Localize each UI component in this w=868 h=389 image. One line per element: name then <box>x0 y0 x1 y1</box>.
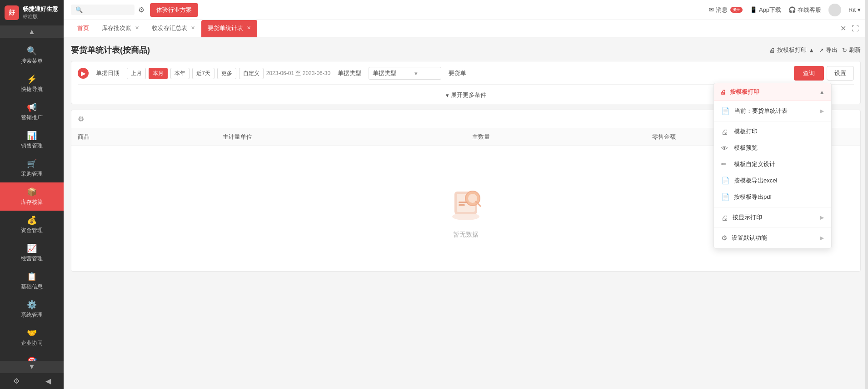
current-template-item[interactable]: 📄 当前：要货单统计表 ▶ <box>714 103 831 119</box>
tabs-bar: 首页 库存批次账 ✕ 收发存汇总表 ✕ 要货单统计表 ✕ ✕ ⛶ <box>64 20 868 37</box>
svg-rect-7 <box>459 204 465 206</box>
message-icon: ✉ <box>709 6 714 13</box>
purchase-icon: 🛒 <box>27 159 37 169</box>
experience-button[interactable]: 体验行业方案 <box>150 3 198 17</box>
sidebar-item-management[interactable]: 📈 经营管理 <box>0 239 64 267</box>
chevron-right-icon: ▶ <box>820 108 824 114</box>
tab-label: 库存批次账 <box>102 24 131 32</box>
print-icon: 🖨 <box>769 47 775 54</box>
sidebar-item-finance[interactable]: 💰 资金管理 <box>0 211 64 239</box>
sidebar-scroll-up[interactable]: ▲ <box>0 26 64 38</box>
set-default-section: ⚙ 设置默认功能 ▶ <box>714 228 831 248</box>
sidebar-item-purchase[interactable]: 🛒 采购管理 <box>0 154 64 182</box>
order-type-select[interactable]: 单据类型 ▾ <box>369 67 441 80</box>
export-btn[interactable]: ↗ 导出 <box>819 46 838 54</box>
template-export-excel-label: 按模板导出excel <box>734 177 777 185</box>
search-box[interactable]: 🔍 <box>71 5 135 15</box>
sidebar-item-inventory[interactable]: 📦 库存核算 <box>0 182 64 211</box>
display-print-item[interactable]: 🖨 按显示打印 ▶ <box>714 209 831 226</box>
set-default-icon: ⚙ <box>721 234 727 242</box>
sidebar-footer: ⚙ ◀ <box>0 373 64 389</box>
marketing-icon: 📢 <box>27 102 37 112</box>
finance-icon: 💰 <box>27 215 37 225</box>
sidebar-item-guide[interactable]: 🎯 新手引导 <box>0 352 64 361</box>
template-actions-section: 🖨 模板打印 👁 模板预览 ✏ 模板自定义设计 📄 按模板导出excel 📄 <box>714 121 831 207</box>
expand-more-btn[interactable]: ▾ 展开更多条件 <box>446 91 486 99</box>
date-btn-more[interactable]: 更多 <box>217 68 236 79</box>
template-preview-item[interactable]: 👁 模板预览 <box>714 140 831 156</box>
template-preview-icon: 👁 <box>721 144 729 152</box>
tab-collection-summary[interactable]: 收发存汇总表 ✕ <box>145 20 201 37</box>
template-export-pdf-label: 按模板导出pdf <box>734 193 772 201</box>
settings-footer-icon[interactable]: ⚙ <box>13 377 20 385</box>
maximize-window-btn[interactable]: ⛶ <box>850 23 861 35</box>
enterprise-icon: 🤝 <box>27 328 37 338</box>
messages-badge: 99+ <box>730 7 743 13</box>
query-button[interactable]: 查询 <box>794 66 824 81</box>
empty-illustration <box>443 178 489 223</box>
date-btn-this-year[interactable]: 本年 <box>170 68 190 79</box>
template-export-excel-item[interactable]: 📄 按模板导出excel <box>714 172 831 189</box>
refresh-btn[interactable]: ↻ 刷新 <box>842 46 861 54</box>
resize-handle[interactable] <box>865 0 868 389</box>
sidebar-item-search[interactable]: 🔍 搜索菜单 <box>0 41 64 70</box>
username-text: Rit <box>848 6 856 13</box>
date-btn-this-month[interactable]: 本月 <box>149 68 168 79</box>
sidebar-scroll-down[interactable]: ▼ <box>0 361 64 373</box>
sidebar-item-quicknav[interactable]: ⚡ 快捷导航 <box>0 70 64 98</box>
tab-order-summary[interactable]: 要货单统计表 ✕ <box>201 20 257 37</box>
sidebar-item-system[interactable]: ⚙️ 系统管理 <box>0 295 64 323</box>
set-default-chevron: ▶ <box>820 235 824 241</box>
dropdown-collapse-icon[interactable]: ▲ <box>819 89 825 96</box>
tab-inventory-batch[interactable]: 库存批次账 ✕ <box>95 20 145 37</box>
table-settings-icon[interactable]: ⚙ <box>78 115 84 123</box>
sidebar-item-marketing[interactable]: 📢 营销推广 <box>0 98 64 126</box>
template-print-icon: 🖨 <box>721 128 729 136</box>
set-default-item[interactable]: ⚙ 设置默认功能 ▶ <box>714 230 831 246</box>
search-input[interactable] <box>85 7 131 13</box>
system-icon: ⚙️ <box>27 300 37 310</box>
online-service-btn[interactable]: 🎧 在线客服 <box>788 6 821 14</box>
avatar-img <box>828 4 841 16</box>
messages-btn[interactable]: ✉ 消息 99+ <box>709 6 743 14</box>
sidebar-item-sales[interactable]: 📊 销售管理 <box>0 126 64 154</box>
tab-home-label: 首页 <box>77 24 89 32</box>
sidebar-item-label: 资金管理 <box>21 227 43 234</box>
content-area: 要货单统计表(按商品) 🖨 按模板打印 ▲ ↗ 导出 ↻ 刷新 <box>64 37 868 389</box>
template-design-item[interactable]: ✏ 模板自定义设计 <box>714 156 831 172</box>
search-icon: 🔍 <box>75 6 83 13</box>
filter-toggle-btn[interactable]: ▶ <box>78 68 89 79</box>
set-default-label: 设置默认功能 <box>732 234 767 242</box>
quicknav-icon: ⚡ <box>27 74 37 84</box>
date-btn-last-month[interactable]: 上月 <box>127 68 146 79</box>
guide-icon: 🎯 <box>27 356 37 361</box>
sidebar-item-enterprise[interactable]: 🤝 企业协同 <box>0 323 64 352</box>
app-download-btn[interactable]: 📱 App下载 <box>750 6 781 14</box>
tab-close-order[interactable]: ✕ <box>247 25 251 31</box>
config-icon[interactable]: ⚙ <box>138 5 145 14</box>
sidebar-item-label: 基础信息 <box>21 283 43 291</box>
close-window-btn[interactable]: ✕ <box>838 22 848 35</box>
date-btn-7days[interactable]: 近7天 <box>192 68 215 79</box>
page-title: 要货单统计表(按商品) <box>71 45 150 56</box>
export-excel-icon: 📄 <box>721 177 729 185</box>
template-export-pdf-item[interactable]: 📄 按模板导出pdf <box>714 189 831 205</box>
date-btn-custom[interactable]: 自定义 <box>239 68 264 79</box>
current-template-icon: 📄 <box>721 107 730 115</box>
tab-close-inventory-batch[interactable]: ✕ <box>135 25 139 31</box>
date-label: 单据日期 <box>96 69 120 77</box>
sidebar-item-basic-info[interactable]: 📋 基础信息 <box>0 267 64 295</box>
sidebar-logo: 好 畅捷通好生意 标准版 <box>0 0 64 26</box>
print-template-dropdown: 🖨 按模板打印 ▲ 📄 当前：要货单统计表 ▶ <box>713 83 832 249</box>
topbar-right: ✉ 消息 99+ 📱 App下载 🎧 在线客服 Rit ▾ <box>709 4 861 16</box>
username-display[interactable]: Rit ▾ <box>848 6 861 13</box>
template-print-item[interactable]: 🖨 模板打印 <box>714 123 831 140</box>
print-template-btn[interactable]: 🖨 按模板打印 ▲ <box>769 46 814 54</box>
col-goods: 商品 <box>71 128 216 146</box>
settings-button[interactable]: 设置 <box>827 66 854 81</box>
user-avatar[interactable] <box>828 4 841 16</box>
collapse-icon[interactable]: ◀ <box>45 377 51 385</box>
tab-close-collection[interactable]: ✕ <box>191 25 195 31</box>
tab-home[interactable]: 首页 <box>71 20 95 37</box>
chevron-down-icon: ▾ <box>414 70 418 77</box>
